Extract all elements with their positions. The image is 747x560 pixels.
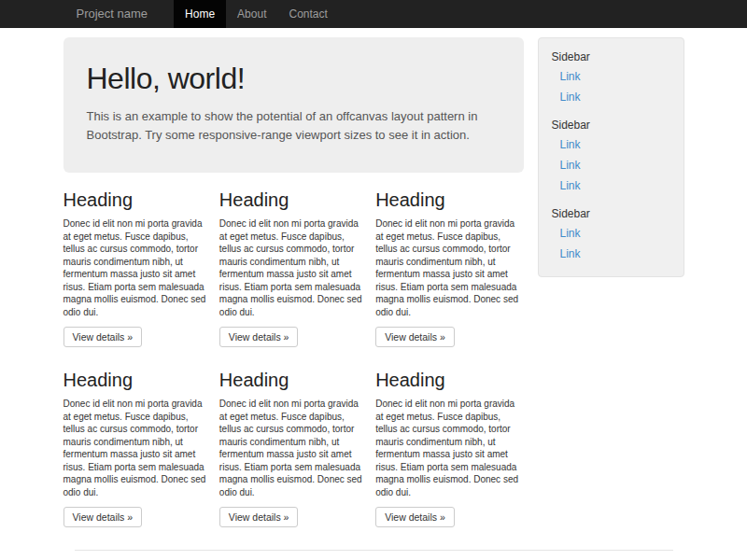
sidebar-heading: Sidebar (552, 119, 670, 132)
feature-card: Heading Donec id elit non mi porta gravi… (63, 370, 211, 527)
card-heading: Heading (63, 370, 211, 391)
sidebar-heading: Sidebar (552, 50, 670, 63)
feature-card: Heading Donec id elit non mi porta gravi… (63, 189, 211, 347)
sidebar-link[interactable]: Link (552, 175, 670, 196)
sidebar-group-1: Sidebar Link Link (552, 50, 670, 107)
feature-card: Heading Donec id elit non mi porta gravi… (219, 189, 367, 347)
jumbotron: Hello, world! This is an example to show… (63, 37, 524, 173)
card-heading: Heading (63, 189, 211, 211)
card-heading: Heading (219, 370, 367, 391)
view-details-button[interactable]: View details » (63, 327, 143, 347)
page-container: Hello, world! This is an example to show… (63, 28, 684, 560)
feature-card: Heading Donec id elit non mi porta gravi… (375, 189, 523, 347)
cards-row-1: Heading Donec id elit non mi porta gravi… (63, 189, 524, 347)
view-details-button[interactable]: View details » (375, 507, 455, 527)
card-heading: Heading (375, 189, 523, 211)
card-body: Donec id elit non mi porta gravida at eg… (375, 217, 523, 318)
navbar-brand[interactable]: Project name (63, 0, 162, 28)
sidebar-group-2: Sidebar Link Link Link (552, 119, 670, 196)
view-details-button[interactable]: View details » (375, 327, 455, 347)
nav-item-home[interactable]: Home (174, 0, 226, 28)
sidebar-group-3: Sidebar Link Link (552, 207, 670, 264)
page-title: Hello, world! (87, 62, 500, 96)
main-content: Hello, world! This is an example to show… (63, 37, 524, 550)
card-body: Donec id elit non mi porta gravida at eg… (63, 217, 211, 318)
view-details-button[interactable]: View details » (219, 327, 299, 347)
cards-row-2: Heading Donec id elit non mi porta gravi… (63, 370, 524, 527)
card-heading: Heading (219, 189, 367, 211)
navbar-menu: Home About Contact (174, 0, 339, 28)
navbar: Project name Home About Contact (0, 0, 747, 28)
card-body: Donec id elit non mi porta gravida at eg… (375, 398, 523, 498)
nav-item-about[interactable]: About (226, 0, 277, 28)
feature-card: Heading Donec id elit non mi porta gravi… (375, 370, 523, 527)
nav-item-contact[interactable]: Contact (277, 0, 338, 28)
footer: © Company 2013 (63, 550, 684, 560)
main-row: Hello, world! This is an example to show… (63, 28, 684, 550)
feature-card: Heading Donec id elit non mi porta gravi… (219, 370, 367, 527)
sidebar-heading: Sidebar (552, 207, 670, 220)
view-details-button[interactable]: View details » (63, 507, 143, 527)
sidebar-link[interactable]: Link (552, 155, 670, 175)
jumbotron-text: This is an example to show the potential… (87, 107, 500, 145)
sidebar-link[interactable]: Link (552, 223, 670, 244)
card-body: Donec id elit non mi porta gravida at eg… (219, 217, 367, 318)
card-body: Donec id elit non mi porta gravida at eg… (63, 398, 211, 498)
view-details-button[interactable]: View details » (219, 507, 299, 527)
card-heading: Heading (375, 370, 523, 391)
sidebar: Sidebar Link Link Sidebar Link Link Link… (538, 37, 684, 277)
card-body: Donec id elit non mi porta gravida at eg… (219, 398, 367, 498)
sidebar-link[interactable]: Link (552, 244, 670, 264)
sidebar-link[interactable]: Link (552, 66, 670, 87)
footer-divider (75, 550, 673, 551)
sidebar-link[interactable]: Link (552, 87, 670, 107)
sidebar-link[interactable]: Link (552, 134, 670, 155)
navbar-inner: Project name Home About Contact (63, 0, 684, 28)
